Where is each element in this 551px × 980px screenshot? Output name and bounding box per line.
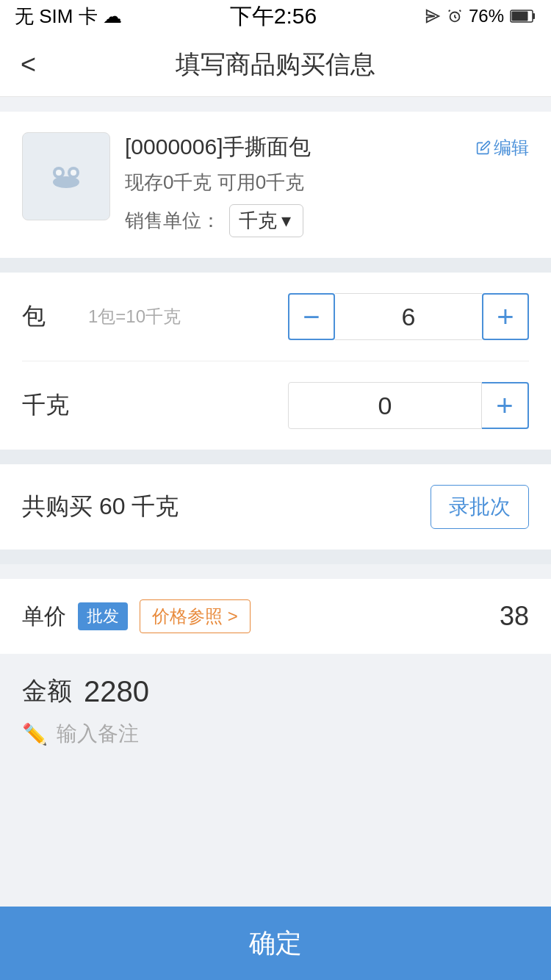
alarm-icon [447,8,463,24]
amount-section: 金额 2280 ✏️ 输入备注 [0,654,551,768]
section-separator-3 [0,550,551,564]
status-bar: 无 SIM 卡 ☁ 下午2:56 76% [0,0,551,32]
bao-decrement-button[interactable]: − [288,293,335,340]
edit-button[interactable]: 编辑 [476,136,529,159]
location-icon [425,8,441,24]
svg-point-9 [71,170,76,176]
kg-increment-button[interactable]: + [482,382,529,429]
product-unit-row: 销售单位： 千克 ▾ [125,204,529,237]
svg-marker-0 [427,10,439,23]
product-stock: 现存0千克 可用0千克 [125,170,529,195]
section-separator-2 [0,450,551,464]
amount-label: 金额 [22,674,72,708]
total-section: 共购买 60 千克 录批次 [0,464,551,550]
product-name: [0000006]手撕面包 [125,132,311,162]
amount-row: 金额 2280 [22,674,529,708]
price-label: 单价 [22,602,66,632]
battery-icon [510,9,536,24]
remark-placeholder: 输入备注 [57,720,139,748]
bao-input-row: 包 1包=10千克 − + [22,273,529,361]
unit-select[interactable]: 千克 ▾ [229,204,303,237]
kg-label: 千克 [22,389,81,422]
confirm-button[interactable]: 确定 [0,907,551,980]
svg-rect-4 [512,12,528,21]
bao-quantity-control: − + [288,293,529,340]
product-logo-icon [44,154,88,198]
status-time: 下午2:56 [230,1,317,32]
svg-point-8 [56,170,62,176]
price-value: 38 [500,601,529,632]
kg-quantity-control: + [288,382,529,429]
status-right: 76% [425,6,536,26]
amount-value: 2280 [84,675,149,708]
edit-icon [476,140,491,155]
product-image [22,132,110,220]
battery-text: 76% [469,6,504,26]
page-title: 填写商品购买信息 [176,48,375,82]
bao-increment-button[interactable]: + [482,293,529,340]
back-button[interactable]: < [21,49,36,80]
section-separator-1 [0,258,551,273]
bao-label: 包 [22,300,81,333]
bao-hint: 1包=10千克 [88,305,288,328]
bao-quantity-input[interactable] [335,293,482,340]
product-card: [0000006]手撕面包 编辑 现存0千克 可用0千克 销售单位： 千克 ▾ [0,112,551,258]
input-section: 包 1包=10千克 − + 千克 + [0,273,551,450]
price-section: 单价 批发 价格参照 > 38 [0,579,551,654]
product-name-row: [0000006]手撕面包 编辑 [125,132,529,162]
total-text: 共购买 60 千克 [22,491,179,523]
pencil-icon: ✏️ [22,722,48,746]
batch-button[interactable]: 录批次 [431,485,529,529]
product-info: [0000006]手撕面包 编辑 现存0千克 可用0千克 销售单位： 千克 ▾ [125,132,529,237]
unit-value: 千克 [239,208,277,234]
dropdown-arrow: ▾ [281,209,291,232]
svg-rect-3 [533,13,535,19]
unit-label: 销售单位： [125,208,220,234]
svg-point-7 [53,176,79,188]
kg-quantity-input[interactable] [288,382,482,429]
price-row: 单价 批发 价格参照 > 38 [22,599,529,633]
signal-text: 无 SIM 卡 ☁ [15,4,122,29]
kg-input-row: 千克 + [22,361,529,450]
price-ref-button[interactable]: 价格参照 > [140,599,251,633]
edit-label: 编辑 [494,136,529,159]
price-tag: 批发 [78,602,128,630]
status-left: 无 SIM 卡 ☁ [15,4,122,29]
remark-row[interactable]: ✏️ 输入备注 [22,720,529,748]
nav-bar: < 填写商品购买信息 [0,32,551,97]
